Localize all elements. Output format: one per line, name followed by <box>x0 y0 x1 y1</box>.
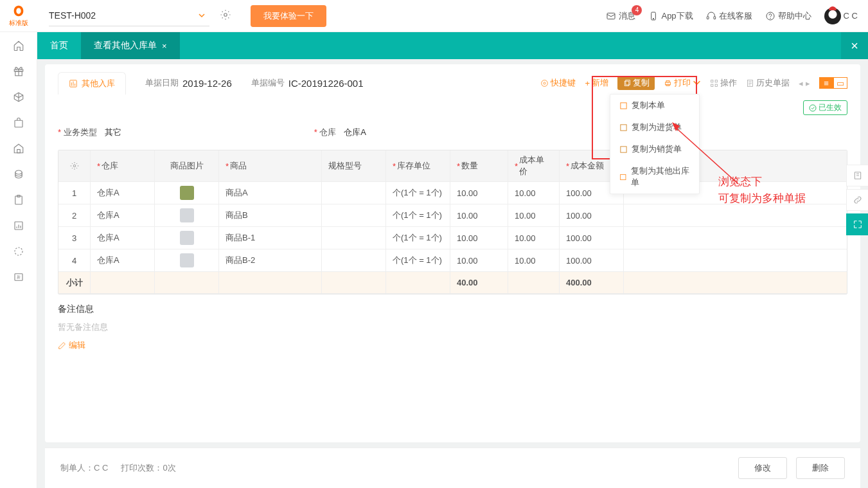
svg-rect-27 <box>715 80 717 82</box>
modify-button[interactable]: 修改 <box>738 457 787 479</box>
sidebar-home-icon[interactable] <box>12 40 25 51</box>
svg-rect-34 <box>621 174 626 179</box>
pager-next[interactable]: ▸ <box>806 78 810 88</box>
org-selector[interactable]: TEST-H002 <box>49 6 209 26</box>
rail-expand[interactable] <box>846 213 868 235</box>
copy-menu-outbound[interactable]: 复制为其他出库单 <box>610 160 699 194</box>
col-unit: *库存单位 <box>386 150 450 181</box>
svg-rect-22 <box>626 80 630 84</box>
gear-icon <box>540 79 549 87</box>
trial-button[interactable]: 我要体验一下 <box>251 5 326 27</box>
col-warehouse: *仓库 <box>91 150 155 181</box>
table-row[interactable]: 4仓库A商品B-2个(1个 = 1个)10.0010.00100.00 <box>58 249 847 272</box>
svg-rect-11 <box>17 150 20 153</box>
copy-menu-purchase[interactable]: 复制为进货单 <box>610 116 699 138</box>
nav-service[interactable]: 在线客服 <box>706 10 752 22</box>
sidebar-gift-icon[interactable] <box>12 66 25 77</box>
print-link[interactable]: 打印 <box>664 77 701 89</box>
logo-text: 标准版 <box>9 19 28 28</box>
copy-button[interactable]: 复制 <box>617 76 655 90</box>
sidebar-new-icon[interactable]: 新 <box>12 271 25 283</box>
shortcut-link[interactable]: 快捷键 <box>540 77 576 89</box>
field-biz-type: * 业务类型 其它 <box>58 127 121 138</box>
logo[interactable]: 标准版 <box>0 0 37 32</box>
edit-remarks-link[interactable]: 编辑 <box>58 339 847 351</box>
remarks-title: 备注信息 <box>58 303 847 315</box>
copy-dropdown: 复制本单 复制为进货单 复制为销货单 复制为其他出库单 <box>610 94 700 194</box>
new-link[interactable]: + 新增 <box>585 77 608 89</box>
remarks-placeholder: 暂无备注信息 <box>58 321 847 333</box>
nav-help[interactable]: 帮助中心 <box>765 10 811 22</box>
rail-link[interactable] <box>846 189 868 211</box>
svg-point-6 <box>766 12 774 20</box>
org-name: TEST-H002 <box>49 10 96 21</box>
svg-point-19 <box>542 80 548 86</box>
nav-user[interactable]: C C <box>824 8 858 24</box>
history-link[interactable]: 历史单据 <box>746 77 790 89</box>
nav-help-label: 帮助中心 <box>778 10 811 22</box>
svg-point-20 <box>544 82 545 84</box>
svg-rect-31 <box>621 102 626 108</box>
svg-rect-10 <box>15 120 22 127</box>
svg-rect-32 <box>621 124 626 130</box>
sidebar-house-icon[interactable] <box>12 143 25 154</box>
gear-icon <box>70 161 79 170</box>
product-thumb <box>180 208 194 222</box>
svg-point-7 <box>770 18 770 19</box>
col-gear[interactable] <box>58 150 91 181</box>
subtotal-qty: 40.00 <box>450 272 508 293</box>
table-row[interactable]: 2仓库A商品B个(1个 = 1个)10.0010.00100.00 <box>58 204 847 227</box>
table-row[interactable]: 1仓库A商品A个(1个 = 1个)10.0010.00100.00 <box>58 182 847 204</box>
doc-type-tab[interactable]: 其他入库 <box>58 72 126 95</box>
delete-button[interactable]: 删除 <box>796 457 845 479</box>
svg-rect-5 <box>714 16 716 19</box>
plus-icon: + <box>585 78 590 88</box>
pager-prev[interactable]: ◂ <box>799 78 803 88</box>
svg-point-3 <box>653 18 654 19</box>
doc-type-label: 其他入库 <box>82 78 115 89</box>
svg-rect-33 <box>621 146 626 152</box>
tab-current-label: 查看其他入库单 <box>94 40 157 51</box>
sidebar-bag-icon[interactable] <box>12 117 25 129</box>
svg-rect-29 <box>715 84 717 86</box>
svg-rect-1 <box>607 13 615 19</box>
chevron-down-icon <box>693 79 701 87</box>
table-row[interactable]: 3仓库A商品B-1个(1个 = 1个)10.0010.00100.00 <box>58 227 847 249</box>
doc-pager: ◂ ▸ <box>799 78 810 88</box>
view-card[interactable]: ▭ <box>833 77 847 89</box>
col-qty: *数量 <box>450 150 508 181</box>
biz-type-value: 其它 <box>105 127 121 138</box>
sidebar-report-icon[interactable] <box>12 220 25 231</box>
tab-current[interactable]: 查看其他入库单 × <box>81 32 180 59</box>
product-thumb <box>180 253 194 267</box>
tabs-close-all[interactable]: × <box>841 32 868 59</box>
ops-link[interactable]: 操作 <box>710 77 737 89</box>
subtotal-label: 小计 <box>58 272 91 293</box>
print-count-info: 打印次数：0次 <box>121 462 175 474</box>
view-list[interactable]: ≡ <box>819 77 833 89</box>
svg-point-0 <box>224 14 227 17</box>
doc-no-value: IC-20191226-001 <box>288 78 364 89</box>
svg-point-15 <box>15 248 22 255</box>
rail-note[interactable] <box>846 165 868 186</box>
tab-close-icon[interactable]: × <box>162 41 167 51</box>
chevron-down-icon <box>198 12 206 19</box>
copy-menu-self[interactable]: 复制本单 <box>610 95 699 116</box>
svg-rect-26 <box>711 80 713 82</box>
sidebar-loop-icon[interactable] <box>12 246 25 257</box>
col-spec: 规格型号 <box>322 150 386 181</box>
doc-no-label: 单据编号 <box>251 77 285 89</box>
doc-date-label: 单据日期 <box>145 77 179 89</box>
sidebar: 新 <box>0 32 37 488</box>
sidebar-clipboard-icon[interactable] <box>12 194 25 206</box>
copy-menu-sales[interactable]: 复制为销货单 <box>610 138 699 160</box>
sidebar-money-icon[interactable] <box>12 168 25 180</box>
svg-text:新: 新 <box>17 275 21 279</box>
nav-messages[interactable]: 消息 4 <box>606 10 635 22</box>
tab-home[interactable]: 首页 <box>37 32 81 59</box>
svg-rect-24 <box>666 80 669 82</box>
nav-download[interactable]: App下载 <box>648 10 693 22</box>
sidebar-stock-icon[interactable] <box>12 91 25 103</box>
settings-icon[interactable] <box>220 9 231 23</box>
copy-icon <box>623 79 631 87</box>
